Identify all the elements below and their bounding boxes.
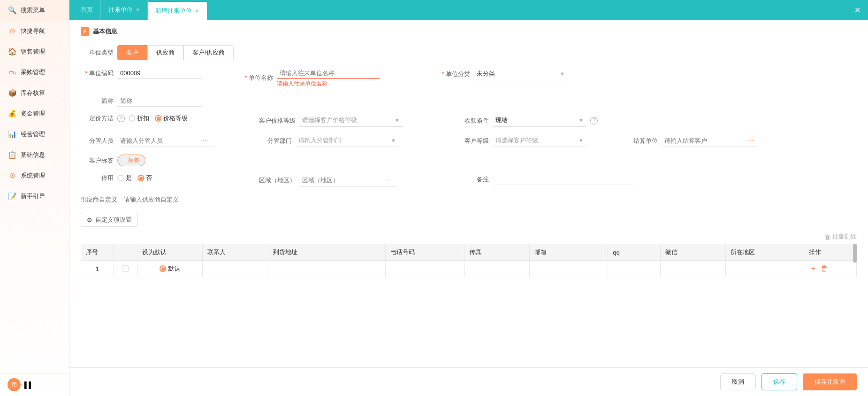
tab-new-partner[interactable]: 新增往来单位 ✕ — [148, 2, 207, 20]
alias-input[interactable] — [117, 95, 202, 107]
form-footer: 取消 保存 保存并新增 — [69, 367, 868, 396]
chevron-down-icon-3: ▼ — [579, 117, 584, 123]
email-input[interactable] — [534, 265, 603, 272]
tab-partner-close[interactable]: ✕ — [136, 7, 140, 13]
disabled-radio-group: 是 否 — [117, 174, 152, 182]
tab-home-label: 首页 — [81, 6, 93, 14]
tab-bar: 首页 往来单位 ✕ 新增往来单位 ✕ ✕ — [69, 0, 868, 20]
default-radio-option[interactable]: 默认 — [142, 264, 198, 273]
disabled-no-option[interactable]: 否 — [137, 174, 152, 182]
settlement-unit-input[interactable] — [664, 137, 743, 144]
payment-terms-select[interactable]: 现结 ▼ — [493, 114, 586, 127]
save-and-new-button[interactable]: 保存并新增 — [803, 373, 857, 390]
tab-new-partner-close[interactable]: ✕ — [195, 8, 199, 14]
payment-terms-value: 现结 — [495, 116, 508, 124]
customer-level-group: 客户等级 请选择客户等级 ▼ — [456, 134, 625, 147]
purchase-icon: 🛍 — [8, 68, 17, 77]
cell-email — [530, 261, 608, 277]
sidebar-item-guide[interactable]: 📝 新手引导 — [0, 186, 69, 207]
sidebar-item-inventory[interactable]: 📦 库存核算 — [0, 83, 69, 103]
region-table-input[interactable] — [731, 265, 799, 272]
tab-new-partner-label: 新增往来单位 — [155, 7, 192, 15]
contact-input[interactable] — [207, 265, 263, 272]
cancel-button[interactable]: 取消 — [720, 373, 756, 390]
chevron-down-icon-5: ▼ — [579, 138, 584, 143]
main-area: 首页 往来单位 ✕ 新增往来单位 ✕ ✕ F 基本信息 单位类型 客户 供应商 … — [69, 0, 868, 396]
no-label: 否 — [146, 174, 152, 182]
payment-terms-group: 收款条件 现结 ▼ ? — [456, 114, 625, 127]
unit-category-select[interactable]: 未分类 ▼ — [474, 68, 568, 80]
sidebar-item-basic-info[interactable]: 📋 基础信息 — [0, 145, 69, 165]
unit-btn-customer[interactable]: 客户 — [117, 45, 147, 60]
remark-group: 备注 — [456, 174, 857, 185]
table-header-row: 序号 设为默认 联系人 到货地址 电话号码 传真 邮箱 qq 微信 所在地区 操… — [81, 244, 857, 261]
col-qq: qq — [608, 244, 661, 261]
phone-input[interactable] — [390, 265, 459, 272]
unit-code-input[interactable] — [117, 68, 202, 79]
default-radio-circle — [160, 265, 166, 272]
col-action: 操作 — [804, 244, 857, 261]
supplier-custom-group: 供应商自定义 — [81, 194, 857, 205]
pricing-info-icon[interactable]: ? — [117, 115, 125, 122]
customer-level-select[interactable]: 请选择客户等级 ▼ — [493, 134, 586, 147]
region-dots-btn[interactable]: ··· — [383, 176, 393, 184]
save-button[interactable]: 保存 — [761, 373, 797, 390]
row-checkbox[interactable] — [122, 265, 129, 272]
fax-input[interactable] — [469, 265, 525, 272]
department-placeholder: 请输入分管部门 — [298, 136, 341, 145]
pricing-price-level-option[interactable]: 价格等级 — [155, 114, 188, 123]
unit-btn-both[interactable]: 客户/供应商 — [183, 45, 234, 60]
unit-name-input[interactable] — [277, 68, 380, 79]
unit-type-row: 单位类型 客户 供应商 客户/供应商 — [81, 45, 857, 60]
supervisor-dots-btn[interactable]: ··· — [201, 136, 211, 145]
sidebar-item-sales[interactable]: 🏠 销售管理 — [0, 41, 69, 62]
contacts-table: 序号 设为默认 联系人 到货地址 电话号码 传真 邮箱 qq 微信 所在地区 操… — [81, 244, 857, 277]
col-address: 到货地址 — [268, 244, 386, 261]
sidebar-item-finance[interactable]: 💰 资金管理 — [0, 103, 69, 124]
system-icon: ⚙ — [8, 171, 17, 180]
tab-home[interactable]: 首页 — [73, 0, 101, 20]
unit-category-label: * 单位分类 — [437, 70, 470, 78]
payment-info-icon[interactable]: ? — [590, 117, 598, 124]
tab-partner[interactable]: 往来单位 ✕ — [101, 0, 148, 20]
operations-icon: 📊 — [8, 130, 17, 139]
supervisor-input[interactable] — [120, 137, 199, 144]
sidebar-item-purchase[interactable]: 🛍 采购管理 — [0, 62, 69, 83]
batch-delete-label[interactable]: 批量删除 — [832, 233, 857, 241]
cell-address — [268, 261, 386, 277]
remark-input[interactable] — [493, 174, 633, 185]
main-close-button[interactable]: ✕ — [851, 6, 864, 15]
chevron-down-icon: ▼ — [560, 71, 565, 77]
custom-settings-button[interactable]: ⚙ 自定义项设置 — [81, 213, 138, 227]
sidebar-item-quick-nav[interactable]: ⊙ 快捷导航 — [0, 21, 69, 41]
sidebar-item-label: 系统管理 — [21, 171, 45, 180]
unit-name-error-msg: 请输入往来单位名称 — [277, 80, 380, 88]
sidebar-item-label: 销售管理 — [21, 47, 45, 56]
unit-btn-supplier[interactable]: 供应商 — [147, 45, 183, 60]
address-input[interactable] — [273, 265, 381, 272]
disabled-yes-option[interactable]: 是 — [117, 174, 132, 182]
disabled-label: 停用 — [81, 174, 114, 182]
alias-group: 简称 — [81, 95, 240, 107]
wechat-input[interactable] — [665, 265, 721, 272]
user-avatar[interactable]: 用 — [8, 378, 21, 391]
pricing-label: 定价方法 — [81, 114, 114, 123]
region-input[interactable] — [302, 177, 381, 184]
customer-price-select[interactable]: 请选择客户价格等级 ▼ — [299, 114, 403, 127]
settlement-dots-btn[interactable]: ··· — [745, 136, 755, 145]
sidebar-item-system[interactable]: ⚙ 系统管理 — [0, 165, 69, 186]
supplier-custom-input[interactable] — [121, 194, 234, 205]
qq-input[interactable] — [613, 265, 655, 272]
sidebar-item-operations[interactable]: 📊 经营管理 — [0, 124, 69, 145]
department-select[interactable]: 请输入分管部门 ▼ — [296, 134, 399, 147]
pricing-discount-option[interactable]: 折扣 — [129, 114, 149, 123]
table-scrollbar[interactable] — [852, 244, 857, 277]
settlement-input-wrapper: ··· — [662, 134, 758, 147]
cell-qq — [608, 261, 661, 277]
delete-row-button[interactable]: 🗑 — [819, 264, 830, 273]
add-row-button[interactable]: + — [809, 264, 817, 273]
department-group: 分管部门 请输入分管部门 ▼ — [259, 134, 456, 147]
add-tag-button[interactable]: + 标签 — [117, 155, 145, 166]
sidebar-item-search[interactable]: 🔍 搜索菜单 — [0, 0, 69, 21]
region-label: 区域（地区） — [259, 176, 296, 185]
